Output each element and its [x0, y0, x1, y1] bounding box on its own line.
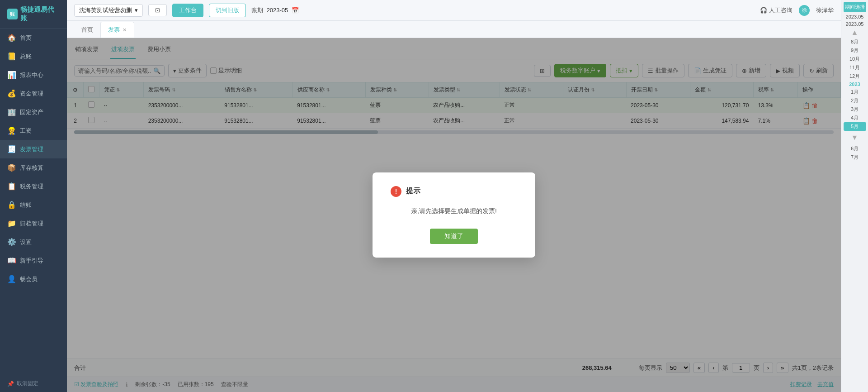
period-item-aug[interactable]: 8月	[844, 38, 866, 46]
sidebar-item-label: 报表中心	[20, 71, 43, 79]
period-panel-header[interactable]: 期间选择	[844, 2, 866, 12]
sidebar-item-label: 固定资产	[20, 108, 43, 116]
period-item-mar[interactable]: 3月	[844, 105, 866, 114]
modal-ok-button[interactable]: 知道了	[430, 229, 478, 244]
sidebar-item-label: 畅会员	[20, 275, 38, 283]
sidebar-item-invoice[interactable]: 🧾 发票管理	[0, 140, 67, 158]
period-item-nov[interactable]: 11月	[844, 63, 866, 72]
period-scroll-down-icon[interactable]: ▼	[850, 133, 859, 143]
sidebar-item-home[interactable]: 🏠 首页	[0, 29, 67, 47]
sidebar-item-label: 结账	[20, 201, 32, 209]
tab-home[interactable]: 首页	[74, 22, 100, 38]
logo-icon: 账	[7, 9, 18, 19]
sidebar-item-member[interactable]: 👤 畅会员	[0, 270, 67, 288]
closing-icon: 🔒	[7, 201, 15, 209]
user-avatar: 徐	[799, 5, 810, 16]
sidebar-item-ledger[interactable]: 📒 总账	[0, 47, 67, 66]
headset-icon: 🎧	[760, 7, 767, 14]
period-item-feb[interactable]: 2月	[844, 96, 866, 105]
period-item-7[interactable]: 7月	[844, 153, 866, 162]
modal-footer: 知道了	[391, 229, 517, 244]
logo-text: 畅捷通易代账	[20, 5, 60, 23]
period-item-may[interactable]: 5月	[844, 122, 866, 131]
funds-icon: 💰	[7, 89, 15, 98]
salary-icon: 👷	[7, 126, 15, 135]
pin-icon: 📌	[7, 381, 14, 387]
copy-button[interactable]: ⊡	[148, 4, 167, 16]
sidebar: 账 畅捷通易代账 🏠 首页 📒 总账 📊 报表中心 💰 资金管理 🏢 固定资产 …	[0, 0, 67, 392]
period-panel: 期间选择 2023.05 2023.05 ▲ 8月 9月 10月 11月 12月…	[841, 0, 868, 392]
tab-invoice-label: 发票	[108, 26, 120, 34]
period-item-6[interactable]: 6月	[844, 144, 866, 153]
switch-old-button[interactable]: 切到旧版	[209, 4, 246, 17]
sidebar-item-label: 工资	[20, 127, 32, 135]
period-item-oct[interactable]: 10月	[844, 55, 866, 63]
tax-icon: 📋	[7, 182, 15, 191]
tab-invoice[interactable]: 发票 ✕	[100, 22, 134, 38]
modal-title: 提示	[406, 186, 420, 196]
user-name: 徐泽华	[816, 6, 834, 14]
chevron-down-icon: ▾	[135, 7, 138, 14]
sidebar-item-reports[interactable]: 📊 报表中心	[0, 66, 67, 84]
modal-overlay: ! 提示 亲,请先选择要生成单据的发票! 知道了	[67, 38, 841, 392]
sidebar-item-archive[interactable]: 📁 归档管理	[0, 214, 67, 233]
sidebar-item-label: 设置	[20, 238, 32, 246]
sidebar-item-label: 资金管理	[20, 90, 43, 98]
sidebar-item-salary[interactable]: 👷 工资	[0, 121, 67, 140]
period-item-dec[interactable]: 12月	[844, 72, 866, 81]
settings-icon: ⚙️	[7, 238, 15, 246]
period-value: 2023-05	[267, 7, 288, 14]
sidebar-item-assets[interactable]: 🏢 固定资产	[0, 103, 67, 121]
period-item-jan[interactable]: 1月	[844, 88, 866, 96]
reports-icon: 📊	[7, 71, 15, 79]
app-logo: 账 畅捷通易代账	[0, 0, 67, 29]
sidebar-item-closing[interactable]: 🔒 结账	[0, 196, 67, 214]
ledger-icon: 📒	[7, 52, 15, 61]
archive-icon: 📁	[7, 219, 15, 228]
sidebar-item-label: 归档管理	[20, 220, 43, 228]
period-item-apr[interactable]: 4月	[844, 114, 866, 122]
company-selector[interactable]: 沈海芙测试经营勿删 ▾	[74, 4, 143, 17]
modal-error-icon: !	[391, 186, 401, 197]
tab-home-label: 首页	[81, 26, 93, 34]
sidebar-item-label: 总账	[20, 53, 32, 61]
sidebar-item-label: 首页	[20, 34, 32, 42]
sidebar-item-guide[interactable]: 📖 新手引导	[0, 251, 67, 270]
sidebar-item-tax[interactable]: 📋 税务管理	[0, 177, 67, 196]
sidebar-item-funds[interactable]: 💰 资金管理	[0, 84, 67, 103]
period-item-sep[interactable]: 9月	[844, 46, 866, 55]
sidebar-item-label: 税务管理	[20, 182, 43, 191]
sidebar-item-settings[interactable]: ⚙️ 设置	[0, 233, 67, 251]
support-label[interactable]: 🎧 人工咨询	[760, 6, 793, 14]
period-item-0[interactable]: 2023.05	[844, 13, 866, 20]
sidebar-item-label: 库存核算	[20, 164, 43, 172]
sidebar-item-inventory[interactable]: 📦 库存核算	[0, 158, 67, 177]
invoice-icon: 🧾	[7, 145, 15, 153]
sidebar-item-label: 新手引导	[20, 257, 43, 265]
guide-icon: 📖	[7, 256, 15, 265]
modal-body: 亲,请先选择要生成单据的发票!	[391, 206, 517, 216]
calendar-icon[interactable]: 📅	[292, 7, 299, 14]
period-scroll-up-icon[interactable]: ▲	[850, 28, 859, 38]
company-name: 沈海芙测试经营勿删	[79, 6, 132, 14]
tab-close-icon[interactable]: ✕	[123, 27, 127, 33]
workspace-button[interactable]: 工作台	[172, 4, 203, 17]
period-item-year[interactable]: 2023	[844, 81, 866, 88]
assets-icon: 🏢	[7, 108, 15, 116]
modal-dialog: ! 提示 亲,请先选择要生成单据的发票! 知道了	[373, 172, 535, 258]
main-content: 沈海芙测试经营勿删 ▾ ⊡ 工作台 切到旧版 账期 2023-05 📅 🎧 人工…	[67, 0, 841, 392]
page-content: 销项发票 进项发票 费用小票 🔍 ▾ 更多条件 显示明细	[67, 38, 841, 392]
tab-bar: 首页 发票 ✕	[67, 21, 841, 38]
cancel-fixed-btn[interactable]: 📌 取消固定	[0, 375, 67, 392]
home-icon: 🏠	[7, 33, 15, 42]
sidebar-item-label: 发票管理	[20, 145, 43, 153]
member-icon: 👤	[7, 275, 15, 283]
inventory-icon: 📦	[7, 163, 15, 172]
modal-header: ! 提示	[391, 186, 517, 197]
period-item-1[interactable]: 2023.05	[844, 20, 866, 28]
period-label: 账期 2023-05 📅	[251, 6, 299, 14]
header-right: 🎧 人工咨询 徐 徐泽华	[760, 5, 834, 16]
header: 沈海芙测试经营勿删 ▾ ⊡ 工作台 切到旧版 账期 2023-05 📅 🎧 人工…	[67, 0, 841, 21]
